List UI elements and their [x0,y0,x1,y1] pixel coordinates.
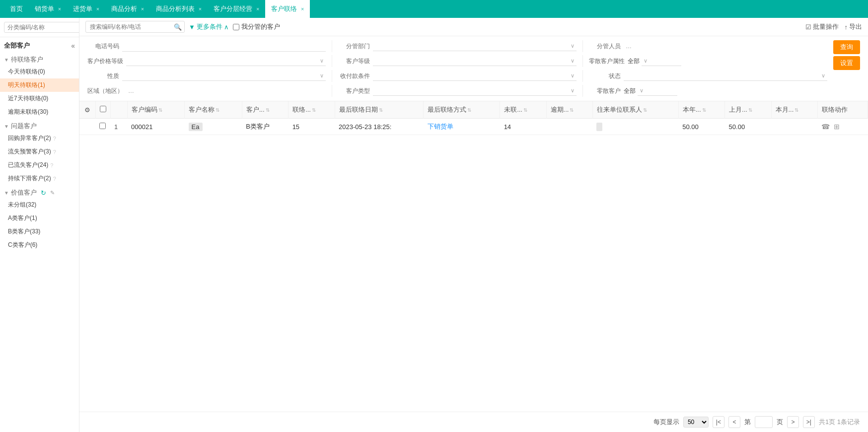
th-this-year-sort[interactable]: ⇅ [702,107,706,113]
th-this-month-sort[interactable]: ⇅ [795,107,798,113]
nav-customer-contact-close[interactable]: × [301,6,304,12]
per-page-select[interactable]: 50 20 100 200 [683,417,709,428]
nav-customer-segment[interactable]: 客户分层经营 × [208,0,265,18]
filter-search-input[interactable] [85,21,185,33]
page-last-btn[interactable]: >| [803,416,815,428]
filter-customer-level-label: 客户等级 [338,57,373,66]
nav-goods-analysis-close[interactable]: × [141,6,144,12]
sidebar-item-class-b[interactable]: B类客户(33) [0,225,79,238]
action-grid-icon[interactable]: ⊞ [834,123,840,131]
filter-price-level-label: 客户价格等级 [87,57,126,66]
sidebar-item-losing[interactable]: 流失预警客户(3) ? [0,145,79,158]
filter-person-dots[interactable]: … [624,43,634,50]
nav-goods-analysis-list-close[interactable]: × [199,6,202,12]
gear-icon[interactable]: ⚙ [84,106,90,114]
sidebar-collapse-icon[interactable]: « [71,42,75,50]
sidebar-item-overdue[interactable]: 逾期未联络(30) [0,105,79,119]
page-prev-btn[interactable]: < [728,416,740,428]
export-button[interactable]: ↑ 导出 [845,22,863,31]
nav-purchase-close[interactable]: × [96,6,99,12]
page-input[interactable]: 1 [755,416,773,428]
nav-goods-analysis-list[interactable]: 商品分析列表 × [150,0,208,18]
problem-group-title: 问题客户 [11,122,37,131]
filter-status-caret: ∨ [821,72,825,79]
my-customers-checkbox[interactable] [233,24,239,30]
pending-group-label: ▼ 待联络客户 [0,52,79,65]
nav-customer-segment-close[interactable]: × [256,6,259,12]
th-overdue-sort[interactable]: ⇅ [570,107,574,113]
filter-dept-select[interactable]: ∨ [373,41,577,51]
contact-count: 15 [292,123,299,131]
filter-payment-caret: ∨ [571,72,575,79]
th-last-date-label: 最后联络日期 [339,105,378,114]
nav-customer-contact[interactable]: 客户联络 × [265,0,310,18]
filter-phone-input[interactable] [122,41,326,52]
th-unit-contact-sort[interactable]: ⇅ [643,107,647,113]
filter-nature-label: 性质 [87,72,122,80]
sidebar-item-tomorrow[interactable]: 明天待联络(1) [0,78,79,92]
th-last-date-sort[interactable]: ⇅ [379,107,383,113]
filter-payment-select[interactable]: ∨ [373,71,577,81]
top-nav: 首页 销货单 × 进货单 × 商品分析 × 商品分析列表 × 客户分层经营 × … [0,0,868,18]
value-refresh-icon[interactable]: ↻ [41,189,46,197]
sidebar-item-today[interactable]: 今天待联络(0) [0,65,79,78]
select-all-checkbox[interactable] [100,106,106,112]
sidebar-item-class-a[interactable]: A类客户(1) [0,212,79,225]
sidebar-item-declining[interactable]: 持续下滑客户(2) ? [0,172,79,185]
per-page-label: 每页显示 [653,418,679,427]
th-name-sort[interactable]: ⇅ [216,107,219,113]
ext-filter-row-3: 性质 ∨ 收付款条件 ∨ [87,70,827,82]
batch-op-button[interactable]: ☑ 批量操作 [805,22,839,31]
th-type-sort[interactable]: ⇅ [266,107,270,113]
ext-filters: 电话号码 分管部门 ∨ 分管人员 [79,36,868,101]
filter-retail-select[interactable]: ∨ [638,86,677,96]
value-edit-icon[interactable]: ✎ [50,190,55,196]
page-first-btn[interactable]: |< [713,416,724,428]
sidebar-item-class-c[interactable]: C类客户(6) [0,238,79,252]
last-contact-method-link[interactable]: 下销货单 [428,123,453,130]
td-check [95,119,110,135]
th-last-method-sort[interactable]: ⇅ [467,107,471,113]
filter-region-label: 区域（地区） [87,87,126,95]
nav-purchase[interactable]: 进货单 × [67,0,105,18]
settings-button[interactable]: 设置 [833,56,860,70]
th-contact-count-sort[interactable]: ⇅ [312,107,316,113]
filter-nature-select[interactable]: ∨ [122,71,326,81]
th-last-month: 上月... ⇅ [725,101,771,119]
help-icon-4: ? [53,176,56,182]
my-customers-checkbox-label[interactable]: 我分管的客户 [233,22,280,31]
th-last-month-sort[interactable]: ⇅ [748,107,752,113]
action-phone-icon[interactable]: ☎ [821,123,830,131]
nav-sales-close[interactable]: × [58,6,61,12]
nav-home[interactable]: 首页 [4,0,29,18]
filter-customer-type-select[interactable]: ∨ [373,86,577,96]
filter-status-select[interactable]: ∨ [624,71,827,81]
filter-price-level: 客户价格等级 ∨ [87,56,326,66]
filter-retail-attr-select[interactable]: ∨ [642,56,681,66]
filter-search-icon[interactable]: 🔍 [174,23,182,31]
filter-customer-level-select[interactable]: ∨ [373,56,577,66]
sidebar-item-repeat-abnormal[interactable]: 回购异常客户(2) ? [0,132,79,145]
help-icon-3: ? [50,162,53,168]
sidebar-item-lost[interactable]: 已流失客户(24) ? [0,158,79,172]
sidebar-search-input[interactable] [4,22,79,33]
sidebar-item-unsorted[interactable]: 未分组(32) [0,198,79,212]
nav-goods-analysis[interactable]: 商品分析 × [105,0,150,18]
td-overdue [546,119,592,135]
table-header-row: ⚙ 客户编码 ⇅ [79,101,868,119]
page-suffix: 页 [777,418,783,427]
th-code: 客户编码 ⇅ [127,101,185,119]
td-num: 1 [110,119,127,135]
nav-sales[interactable]: 销货单 × [29,0,67,18]
sidebar-item-7days[interactable]: 近7天待联络(0) [0,92,79,105]
th-no-contact-sort[interactable]: ⇅ [523,107,527,113]
page-next-btn[interactable]: > [787,416,799,428]
more-filters-button[interactable]: ▼ 更多条件 ∧ [189,22,229,31]
row-checkbox[interactable] [99,123,106,129]
th-code-sort[interactable]: ⇅ [158,107,162,113]
filter-region-dots[interactable]: … [126,87,136,94]
filter-price-level-select[interactable]: ∨ [126,56,326,66]
value-group-title: 价值客户 [11,188,37,197]
query-button[interactable]: 查询 [833,40,860,54]
filter-customer-type-caret: ∨ [571,87,575,94]
